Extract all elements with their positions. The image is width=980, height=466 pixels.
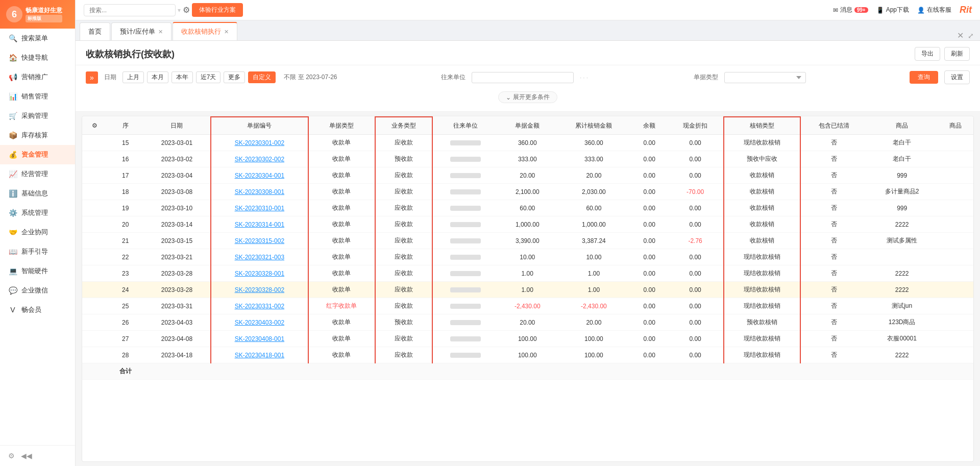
cell-counterpart (432, 331, 499, 347)
sidebar-item-wechat[interactable]: 💬企业微信 (0, 281, 75, 300)
footer-cell-10 (667, 363, 723, 380)
cell-date: 2023-03-28 (143, 282, 211, 298)
cell-voucher_no[interactable]: SK-20230403-002 (211, 314, 308, 331)
cell-voucher_no[interactable]: SK-20230408-001 (211, 331, 308, 347)
table-row: 162023-03-02SK-20230302-002收款单预收款333.003… (82, 151, 973, 167)
date-btn-custom[interactable]: 自定义 (248, 71, 276, 83)
cell-amount: 333.00 (499, 151, 556, 167)
sidebar-item-member[interactable]: V畅会员 (0, 300, 75, 320)
voucher-type-select[interactable] (724, 72, 806, 83)
cell-no: 21 (108, 233, 143, 249)
cell-voucher_no[interactable]: SK-20230315-002 (211, 233, 308, 249)
cell-voucher_no[interactable]: SK-20230314-001 (211, 216, 308, 233)
window-close-icon[interactable]: ✕ (957, 31, 964, 40)
search-icon: 🔍 (8, 34, 17, 43)
cell-voucher_type: 收款单 (308, 135, 375, 151)
collapse-icon[interactable]: ◀◀ (21, 452, 32, 460)
cell-goods2 (938, 216, 974, 233)
topbar: ▾ ⚙ 体验行业方案 ✉ 消息 99+ 📱 App下载 👤 在线客服 Rit (76, 0, 980, 20)
cell-cancel_type: 收款核销 (724, 167, 800, 184)
sidebar-item-nav[interactable]: 🏠快捷导航 (0, 48, 75, 67)
window-expand-icon[interactable]: ⤢ (968, 32, 974, 40)
cell-no: 19 (108, 200, 143, 216)
counterpart-input[interactable] (472, 72, 574, 83)
cell-counterpart (432, 167, 499, 184)
date-btn-近7天[interactable]: 近7天 (196, 71, 221, 83)
settings-btn[interactable]: 设置 (944, 70, 970, 84)
date-btn-本年[interactable]: 本年 (172, 71, 193, 83)
cell-voucher_no[interactable]: SK-20230310-001 (211, 200, 308, 216)
cell-voucher_type: 收款单 (308, 151, 375, 167)
cell-voucher_no[interactable]: SK-20230308-001 (211, 184, 308, 200)
sidebar: 6 畅康道好生意 标推版 🔍搜索菜单🏠快捷导航📢营销推广📊销售管理🛒采购管理📦库… (0, 0, 76, 466)
filter-toggle-btn[interactable]: » (86, 71, 98, 84)
export-btn[interactable]: 导出 (915, 47, 940, 61)
cell-balance: 0.00 (631, 347, 667, 363)
cell-include_settled: 否 (800, 265, 867, 282)
sidebar-item-marketing[interactable]: 📢营销推广 (0, 67, 75, 87)
tab-close-prepayment[interactable]: ✕ (158, 29, 163, 35)
settings-icon[interactable]: ⚙ (8, 452, 15, 460)
app-download-item[interactable]: 📱 App下载 (876, 6, 909, 14)
message-icon: ✉ (833, 7, 838, 14)
cell-balance: 0.00 (631, 249, 667, 265)
online-service-item[interactable]: 👤 在线客服 (917, 6, 951, 14)
cell-amount: -2,430.00 (499, 298, 556, 314)
cell-goods: 衣服00001 (867, 331, 938, 347)
sidebar-item-basic[interactable]: ℹ️基础信息 (0, 184, 75, 203)
expand-btn[interactable]: ⌄ 展开更多条件 (498, 91, 557, 103)
sidebar-item-inventory[interactable]: 📦库存核算 (0, 126, 75, 145)
cell-voucher_no[interactable]: SK-20230328-001 (211, 265, 308, 282)
table-row: 202023-03-14SK-20230314-001收款单应收款1,000.0… (82, 216, 973, 233)
sidebar-label-enterprise: 企业协同 (21, 228, 48, 237)
search-input[interactable] (84, 4, 176, 16)
sidebar-item-sales[interactable]: 📊销售管理 (0, 87, 75, 106)
tab-prepayment[interactable]: 预计/应付单✕ (111, 22, 172, 40)
cell-voucher_no[interactable]: SK-20230418-001 (211, 347, 308, 363)
cell-cancel_type: 收款核销 (724, 184, 800, 200)
gear-icon[interactable]: ⚙ (183, 5, 190, 15)
cell-cumulative_cancel: 100.00 (556, 331, 631, 347)
enterprise-icon: 🤝 (8, 228, 17, 237)
page-content: 收款核销执行(按收款) 导出 刷新 » 日期 上月本月本年近7天更多自定义 不限… (76, 41, 980, 466)
message-item[interactable]: ✉ 消息 99+ (833, 6, 868, 14)
date-range-text: 不限 至 2023-07-26 (284, 73, 337, 82)
cell-balance: 0.00 (631, 314, 667, 331)
tab-collection[interactable]: 收款核销执行✕ (173, 22, 237, 40)
cell-include_settled: 否 (800, 184, 867, 200)
footer-cell-9 (631, 363, 667, 380)
cell-include_settled: 否 (800, 200, 867, 216)
cell-no: 22 (108, 249, 143, 265)
footer-cell-8 (556, 363, 631, 380)
sidebar-item-finance[interactable]: 💰资金管理 (0, 145, 75, 164)
cell-voucher_no[interactable]: SK-20230302-002 (211, 151, 308, 167)
date-filters: 上月本月本年近7天更多自定义 (122, 71, 276, 83)
tab-home[interactable]: 首页 (80, 22, 110, 40)
cell-voucher_no[interactable]: SK-20230304-001 (211, 167, 308, 184)
cell-biz_type: 应收款 (375, 265, 432, 282)
sidebar-item-system[interactable]: ⚙️系统管理 (0, 203, 75, 223)
cell-date: 2023-04-18 (143, 347, 211, 363)
cell-voucher_no[interactable]: SK-20230321-003 (211, 249, 308, 265)
cell-biz_type: 应收款 (375, 233, 432, 249)
sidebar-item-enterprise[interactable]: 🤝企业协同 (0, 223, 75, 242)
cell-goods: 测试多属性 (867, 233, 938, 249)
cell-amount: 100.00 (499, 331, 556, 347)
tab-close-collection[interactable]: ✕ (224, 29, 229, 35)
refresh-btn[interactable]: 刷新 (944, 47, 970, 61)
sidebar-item-operation[interactable]: 📈经营管理 (0, 164, 75, 184)
date-btn-本月[interactable]: 本月 (147, 71, 168, 83)
date-btn-上月[interactable]: 上月 (122, 71, 144, 83)
sidebar-item-hardware[interactable]: 💻智能硬件 (0, 261, 75, 281)
cell-voucher_no[interactable]: SK-20230331-002 (211, 298, 308, 314)
col-header-amount: 单据金额 (499, 117, 556, 135)
query-btn[interactable]: 查询 (910, 71, 938, 84)
sidebar-item-purchase[interactable]: 🛒采购管理 (0, 106, 75, 126)
cell-voucher_no[interactable]: SK-20230328-002 (211, 282, 308, 298)
sidebar-item-search[interactable]: 🔍搜索菜单 (0, 29, 75, 48)
cell-voucher_no[interactable]: SK-20230301-002 (211, 135, 308, 151)
solution-btn[interactable]: 体验行业方案 (192, 3, 243, 17)
date-btn-更多[interactable]: 更多 (224, 71, 245, 83)
sidebar-item-guide[interactable]: 📖新手引导 (0, 242, 75, 261)
cell-biz_type: 应收款 (375, 347, 432, 363)
